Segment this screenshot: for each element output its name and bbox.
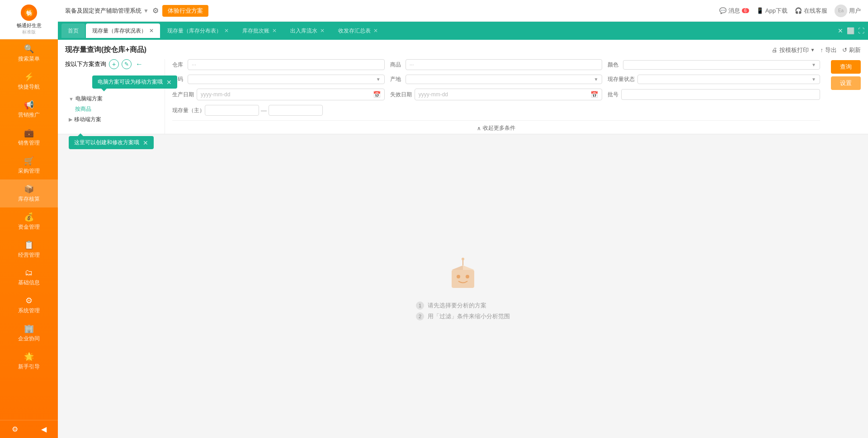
filter-arrow-button[interactable]: ← — [134, 59, 144, 69]
experience-button[interactable]: 体验行业方案 — [162, 5, 208, 17]
expire-date-icon[interactable]: 📅 — [590, 91, 598, 98]
sidebar-item-basic[interactable]: 🗂 基础信息 — [0, 264, 58, 291]
goods-label: 商品 — [390, 61, 403, 69]
user-action[interactable]: Ea 用户 — [835, 5, 861, 17]
tab-fullscreen-icon[interactable]: ⛶ — [858, 27, 864, 34]
sidebar-item-sales[interactable]: 💼 销售管理 — [0, 123, 58, 151]
sidebar-item-marketing[interactable]: 📢 营销推广 — [0, 95, 58, 123]
tab-close-inventory-dist[interactable]: ✕ — [224, 28, 229, 34]
tab-restore-icon[interactable]: ⬜ — [847, 27, 854, 34]
scheme-pc-label: 电脑端方案 — [75, 95, 103, 103]
warehouse-select[interactable]: ··· — [188, 59, 385, 70]
scheme-pc-child-label: 按商品 — [75, 105, 91, 113]
service-icon: 🎧 — [795, 7, 802, 14]
tab-inventory-status-label: 现存量（库存状况表） — [92, 27, 146, 35]
message-action[interactable]: 💬 消息 6 — [719, 7, 749, 15]
sidebar-item-inventory[interactable]: 📦 库存核算 — [0, 179, 58, 207]
sidebar-logo: 畅 畅通好生意 标准版 — [0, 0, 58, 39]
enterprise-icon: 🏢 — [24, 324, 34, 334]
expire-date-input[interactable]: yyyy-mm-dd 📅 — [415, 89, 603, 100]
color-select[interactable]: ▼ — [623, 60, 820, 70]
reset-button[interactable]: 设置 — [831, 76, 861, 90]
avatar: Ea — [835, 5, 847, 17]
stock-status-select[interactable]: ▼ — [637, 75, 820, 84]
sidebar-item-system[interactable]: ⚙ 系统管理 — [0, 291, 58, 319]
filter-add-button[interactable]: + — [109, 59, 119, 69]
goods-select[interactable]: ··· — [406, 59, 603, 70]
scheme-pc[interactable]: ▼ 电脑端方案 — [65, 94, 165, 104]
tab-collect-summary[interactable]: 收发存汇总表 ✕ — [332, 24, 384, 38]
tab-batch-account[interactable]: 库存批次账 ✕ — [236, 24, 283, 38]
sidebar-item-quick[interactable]: ⚡ 快捷导航 — [0, 67, 58, 95]
page-title: 现存量查询(按仓库+商品) — [65, 45, 146, 55]
stock-main-from[interactable] — [205, 105, 259, 116]
app-download-action[interactable]: 📱 App下载 — [756, 7, 788, 15]
message-label: 消息 — [728, 7, 740, 15]
sidebar-item-enterprise[interactable]: 🏢 企业协同 — [0, 319, 58, 347]
edit-tooltip-text: 这里可以创建和修改方案哦 — [74, 139, 139, 146]
tab-inventory-dist[interactable]: 现存量（库存分布表） ✕ — [161, 24, 235, 38]
print-template-btn[interactable]: 🖨 按模板打印 ▼ — [772, 46, 815, 54]
produce-date-icon[interactable]: 📅 — [373, 91, 381, 98]
sidebar-item-guide[interactable]: 🌟 新手引导 — [0, 347, 58, 375]
edit-tooltip-close[interactable]: ✕ — [143, 139, 148, 146]
batch-no-input[interactable] — [621, 89, 820, 100]
produce-date-input[interactable]: yyyy-mm-dd 📅 — [197, 89, 385, 100]
print-icon: 🖨 — [772, 47, 778, 53]
scheme-pc-child[interactable]: 按商品 — [65, 104, 165, 114]
collapse-sidebar-icon[interactable]: ◀ — [41, 425, 47, 433]
size-select[interactable]: ▼ — [188, 75, 385, 84]
filter-left: 按以下方案查询 + ✎ ← 电脑方案可设为移动方案哦 ✕ ▼ — [65, 59, 165, 132]
tab-right-actions: ✕ ⬜ ⛶ — [838, 27, 864, 34]
filter-edit-button[interactable]: ✎ — [122, 59, 132, 69]
export-btn[interactable]: ↑ 导出 — [821, 46, 837, 54]
search-button[interactable]: 查询 — [831, 60, 861, 74]
sidebar-item-finance[interactable]: 💰 资金管理 — [0, 207, 58, 235]
sidebar-item-guide-label: 新手引导 — [18, 363, 40, 371]
sidebar-item-operations[interactable]: 📋 经营管理 — [0, 235, 58, 264]
warehouse-dots: ··· — [192, 61, 196, 68]
sidebar-item-basic-label: 基础信息 — [18, 279, 40, 287]
tab-close-collect-summary[interactable]: ✕ — [373, 28, 378, 34]
scheme-mobile[interactable]: ▶ 移动端方案 — [65, 114, 165, 125]
svg-point-3 — [457, 275, 460, 278]
tab-close-all-icon[interactable]: ✕ — [838, 27, 843, 34]
origin-select-arrow: ▼ — [594, 77, 598, 82]
dropdown-icon: ▼ — [143, 8, 149, 14]
filter-container: 现存量查询(按仓库+商品) 🖨 按模板打印 ▼ ↑ 导出 ↺ 刷新 — [58, 40, 868, 134]
system-name: 装备及固定资产辅助管理系统 — [65, 7, 142, 15]
tab-close-batch-account[interactable]: ✕ — [272, 28, 277, 34]
sidebar-item-system-label: 系统管理 — [18, 307, 40, 315]
basic-icon: 🗂 — [25, 268, 33, 278]
warehouse-field: 仓库 ··· — [172, 59, 385, 70]
collapse-row: ∧ 收起更多条件 — [172, 120, 820, 134]
tab-close-inventory-status[interactable]: ✕ — [149, 28, 154, 34]
stock-main-to[interactable] — [269, 105, 323, 116]
settings-icon[interactable]: ⚙ — [12, 425, 18, 433]
add-tooltip-close[interactable]: ✕ — [166, 79, 172, 86]
tab-inout-flow[interactable]: 出入库流水 ✕ — [284, 24, 331, 38]
tab-home[interactable]: 首页 — [61, 24, 85, 38]
main-area: 装备及固定资产辅助管理系统 ▼ ⚙ 体验行业方案 💬 消息 6 📱 App下载 … — [58, 0, 868, 438]
svg-text:畅: 畅 — [26, 10, 32, 16]
stock-main-range: — — [205, 105, 820, 116]
online-service-action[interactable]: 🎧 在线客服 — [795, 7, 827, 15]
sidebar-item-purchase[interactable]: 🛒 采购管理 — [0, 151, 58, 179]
svg-point-4 — [466, 275, 469, 278]
refresh-btn[interactable]: ↺ 刷新 — [842, 46, 861, 54]
origin-select[interactable]: ▼ — [406, 75, 603, 84]
system-selector[interactable]: 装备及固定资产辅助管理系统 ▼ — [65, 7, 149, 15]
tab-inventory-status[interactable]: 现存量（库存状况表） ✕ — [86, 24, 160, 38]
sidebar-item-search[interactable]: 🔍 搜索菜单 — [0, 39, 58, 67]
sidebar-item-marketing-label: 营销推广 — [18, 111, 40, 119]
gear-icon[interactable]: ⚙ — [152, 6, 159, 15]
origin-field: 产地 ▼ — [390, 75, 603, 84]
print-label: 按模板打印 — [779, 46, 809, 54]
filter-section: 按以下方案查询 + ✎ ← 电脑方案可设为移动方案哦 ✕ ▼ — [65, 59, 861, 134]
collapse-button[interactable]: ∧ 收起更多条件 — [477, 124, 515, 132]
goods-field: 商品 ··· — [390, 59, 603, 70]
tab-close-inout-flow[interactable]: ✕ — [320, 28, 325, 34]
search-menu-icon: 🔍 — [24, 44, 34, 54]
page-header-row: 现存量查询(按仓库+商品) 🖨 按模板打印 ▼ ↑ 导出 ↺ 刷新 — [65, 45, 861, 59]
goods-dots: ··· — [410, 61, 414, 68]
